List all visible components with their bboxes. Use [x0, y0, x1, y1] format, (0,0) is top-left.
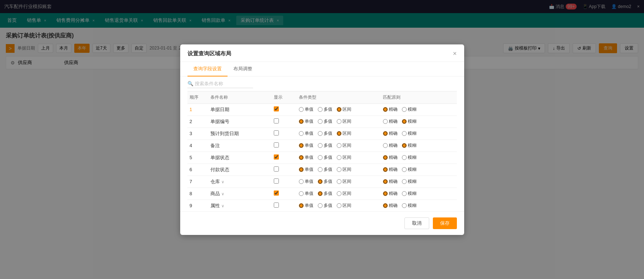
cell-type: 单值 多值 区间 — [297, 176, 381, 188]
search-box: 🔍 — [187, 81, 253, 88]
show-checkbox[interactable] — [274, 154, 279, 160]
dialog-tab-layout[interactable]: 布局调整 — [228, 62, 258, 76]
cell-match: 精确 模糊 — [381, 140, 457, 152]
cell-show — [272, 103, 297, 115]
match-fuzzy[interactable]: 模糊 — [402, 106, 416, 113]
show-checkbox[interactable] — [274, 142, 279, 148]
show-checkbox[interactable] — [274, 203, 279, 208]
th-order: 顺序 — [187, 91, 209, 103]
table-row: 4备注 单值 多值 区间 精确 模糊 — [187, 140, 457, 152]
type-range[interactable]: 区间 — [337, 154, 351, 161]
cell-show — [272, 200, 297, 211]
type-radio-group: 单值 多值 区间 — [299, 130, 379, 137]
type-range[interactable]: 区间 — [337, 106, 351, 113]
cell-type: 单值 多值 区间 — [297, 152, 381, 164]
cell-match: 精确 模糊 — [381, 127, 457, 140]
show-checkbox[interactable] — [274, 106, 279, 111]
match-exact[interactable]: 精确 — [383, 166, 398, 173]
cell-name: 预计到货日期 — [208, 127, 271, 140]
cell-order: 8 — [187, 188, 209, 200]
type-single[interactable]: 单值 — [299, 142, 313, 149]
type-range[interactable]: 区间 — [337, 118, 351, 125]
match-exact[interactable]: 精确 — [383, 106, 398, 113]
type-range[interactable]: 区间 — [337, 190, 351, 197]
type-multi[interactable]: 多值 — [318, 154, 332, 161]
cell-type: 单值 多值 区间 — [297, 103, 381, 115]
cell-match: 精确 模糊 — [381, 176, 457, 188]
match-exact[interactable]: 精确 — [383, 203, 398, 209]
type-radio-group: 单值 多值 区间 — [299, 166, 379, 173]
type-single[interactable]: 单值 — [299, 118, 313, 125]
type-radio-group: 单值 多值 区间 — [299, 190, 379, 197]
dialog-footer: 取消 保存 — [180, 211, 464, 235]
match-exact[interactable]: 精确 — [383, 130, 398, 137]
match-fuzzy[interactable]: 模糊 — [402, 118, 416, 125]
dialog-close-btn[interactable]: × — [453, 50, 457, 57]
type-range[interactable]: 区间 — [337, 166, 351, 173]
dialog-tabs: 查询字段设置 布局调整 — [180, 62, 464, 76]
match-radio-group: 精确 模糊 — [383, 118, 454, 125]
type-multi[interactable]: 多值 — [318, 178, 332, 185]
th-type: 条件类型 — [297, 91, 381, 103]
type-single[interactable]: 单值 — [299, 203, 313, 209]
type-range[interactable]: 区间 — [337, 130, 351, 137]
match-radio-group: 精确 模糊 — [383, 106, 454, 113]
match-fuzzy[interactable]: 模糊 — [402, 130, 416, 137]
search-input[interactable] — [195, 81, 249, 86]
match-exact[interactable]: 精确 — [383, 190, 398, 197]
type-range[interactable]: 区间 — [337, 178, 351, 185]
show-checkbox[interactable] — [274, 190, 279, 196]
type-multi[interactable]: 多值 — [318, 166, 332, 173]
dialog-search-area: 🔍 — [180, 76, 464, 91]
table-scroll-container[interactable]: 顺序 条件名称 显示 条件类型 匹配原则 1单据日期 单值 多值 — [187, 91, 457, 211]
cell-name: 单据日期 — [208, 103, 271, 115]
type-multi[interactable]: 多值 — [318, 106, 332, 113]
type-single[interactable]: 单值 — [299, 166, 313, 173]
type-single[interactable]: 单值 — [299, 154, 313, 161]
type-range[interactable]: 区间 — [337, 203, 351, 209]
cell-match: 精确 模糊 — [381, 164, 457, 176]
table-row: 9属性 ∨ 单值 多值 区间 精确 模糊 — [187, 200, 457, 211]
type-single[interactable]: 单值 — [299, 106, 313, 113]
cancel-btn[interactable]: 取消 — [404, 217, 429, 229]
save-btn[interactable]: 保存 — [433, 217, 457, 229]
cell-order: 3 — [187, 127, 209, 140]
expand-icon[interactable]: ∨ — [221, 180, 224, 184]
cell-name: 备注 — [208, 140, 271, 152]
type-multi[interactable]: 多值 — [318, 203, 332, 209]
match-fuzzy[interactable]: 模糊 — [402, 190, 416, 197]
match-fuzzy[interactable]: 模糊 — [402, 166, 416, 173]
type-radio-group: 单值 多值 区间 — [299, 118, 379, 125]
type-multi[interactable]: 多值 — [318, 190, 332, 197]
match-exact[interactable]: 精确 — [383, 118, 398, 125]
type-single[interactable]: 单值 — [299, 190, 313, 197]
expand-icon[interactable]: ∨ — [221, 192, 224, 196]
table-row: 1单据日期 单值 多值 区间 精确 模糊 — [187, 103, 457, 115]
type-multi[interactable]: 多值 — [318, 130, 332, 137]
cell-show — [272, 140, 297, 152]
expand-icon[interactable]: ∨ — [221, 204, 224, 208]
dialog-header: 设置查询区域布局 × — [180, 44, 464, 62]
match-exact[interactable]: 精确 — [383, 154, 398, 161]
cell-type: 单值 多值 区间 — [297, 140, 381, 152]
match-fuzzy[interactable]: 模糊 — [402, 142, 416, 149]
match-exact[interactable]: 精确 — [383, 178, 398, 185]
cell-order: 5 — [187, 152, 209, 164]
type-multi[interactable]: 多值 — [318, 118, 332, 125]
match-fuzzy[interactable]: 模糊 — [402, 154, 416, 161]
show-checkbox[interactable] — [274, 118, 279, 123]
match-exact[interactable]: 精确 — [383, 142, 398, 149]
cell-show — [272, 176, 297, 188]
type-single[interactable]: 单值 — [299, 130, 313, 137]
dialog-tab-fields[interactable]: 查询字段设置 — [187, 62, 228, 76]
cell-name: 商品 ∨ — [208, 188, 271, 200]
show-checkbox[interactable] — [274, 166, 279, 172]
type-single[interactable]: 单值 — [299, 178, 313, 185]
show-checkbox[interactable] — [274, 130, 279, 135]
match-radio-group: 精确 模糊 — [383, 190, 454, 197]
match-fuzzy[interactable]: 模糊 — [402, 203, 416, 209]
show-checkbox[interactable] — [274, 178, 279, 184]
match-fuzzy[interactable]: 模糊 — [402, 178, 416, 185]
type-range[interactable]: 区间 — [337, 142, 351, 149]
type-multi[interactable]: 多值 — [318, 142, 332, 149]
